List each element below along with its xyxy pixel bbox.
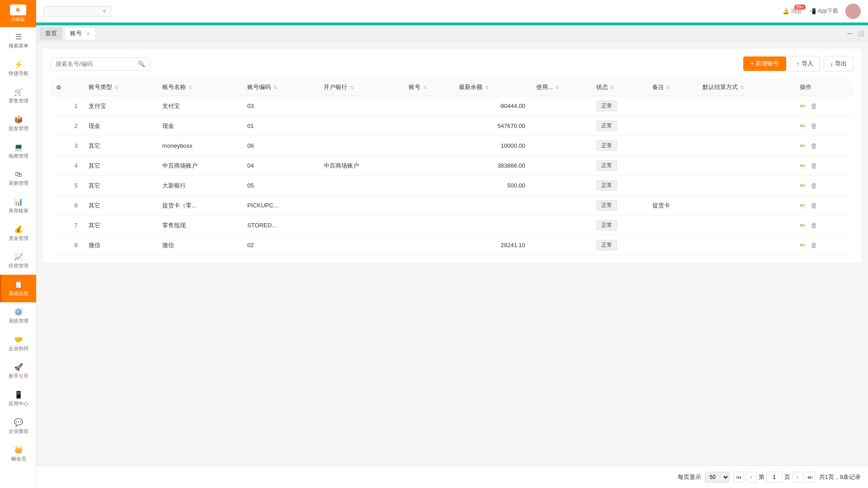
sidebar-item-operations-mgmt[interactable]: 📈 经营管理 [0,247,36,275]
sidebar-item-enterprise-wechat[interactable]: 💬 企业微信 [0,413,36,440]
row-bank [320,176,405,196]
sort-name-icon[interactable]: ⇅ [189,85,192,90]
settings-icon[interactable]: ⚙ [56,84,61,91]
sidebar-item-purchase-mgmt[interactable]: 🛍 采购管理 [0,165,36,192]
row-settlement [699,116,796,136]
page-next-button[interactable]: › [792,472,803,483]
add-account-button[interactable]: + 新增账号 [743,56,786,71]
tab-home[interactable]: 首页 [40,27,62,40]
status-badge: 正常 [596,121,617,131]
sort-remark-icon[interactable]: ⇅ [666,85,670,90]
sidebar-item-basic-info[interactable]: 📋 基础信息 [0,275,36,302]
delete-button[interactable]: 🗑 [811,241,817,249]
sidebar-item-finance-mgmt[interactable]: 💰 资金管理 [0,220,36,247]
status-badge: 正常 [596,141,617,151]
row-settlement [699,96,796,116]
sidebar-item-label: 应用中心 [9,400,28,407]
account-search-input[interactable] [56,61,138,67]
app-download-button[interactable]: 📲 App下载 [809,7,838,15]
tab-close-button[interactable]: ✕ [86,31,90,36]
sidebar-item-vip[interactable]: 👑 畅会员 [0,440,36,468]
operations-icon: 📈 [14,253,23,261]
sidebar-item-inventory[interactable]: 📊 库存核算 [0,192,36,220]
sidebar: 畅 乐账版 ☰ 搜索菜单 ⚡ 快捷导航 🛒 零售管理 📦 批发管理 💻 电商管理… [0,0,36,488]
delete-button[interactable]: 🗑 [811,102,817,110]
delete-button[interactable]: 🗑 [811,122,817,130]
topbar-search[interactable]: ▼ [43,6,111,17]
row-code: 02 [244,235,320,255]
tab-account[interactable]: 账号 ✕ [64,27,96,40]
finance-icon: 💰 [14,225,23,234]
import-button[interactable]: ↑ 导入 [790,56,820,71]
window-controls: — ⬜ [846,30,864,37]
export-button[interactable]: ↓ 导出 [824,56,854,71]
sidebar-item-label: 畅会员 [11,455,26,462]
page-size-select[interactable]: 50 100 [705,472,730,483]
sidebar-item-label: 批发管理 [9,125,28,132]
sidebar-item-label: 企业协同 [9,345,28,352]
message-button[interactable]: 🔔 消息 99+ [783,7,802,15]
edit-button[interactable]: ✏ [800,122,806,130]
sidebar-item-quick-nav[interactable]: ⚡ 快捷导航 [0,55,36,82]
sort-account-icon[interactable]: ⇅ [423,85,427,90]
sidebar-item-system-mgmt[interactable]: ⚙️ 系统管理 [0,302,36,330]
delete-button[interactable]: 🗑 [811,202,817,209]
row-action: ✏ 🗑 [796,136,854,156]
system-icon: ⚙️ [14,308,23,316]
sort-usage-icon[interactable]: ⇅ [555,85,559,90]
sort-status-icon[interactable]: ⇅ [610,85,614,90]
sidebar-item-newbie-guide[interactable]: 🚀 新手引导 [0,357,36,385]
col-usage: 使用... ⇅ [533,79,593,96]
window-maximize-button[interactable]: ⬜ [857,30,864,37]
page-first-button[interactable]: ⏮ [733,472,744,483]
account-search[interactable]: 🔍 [51,57,150,70]
topbar-search-input[interactable] [47,8,102,14]
edit-button[interactable]: ✏ [800,162,806,169]
row-action: ✏ 🗑 [796,216,854,235]
sort-balance-icon[interactable]: ⇅ [485,85,489,90]
sort-code-icon[interactable]: ⇅ [274,85,277,90]
page-prev-button[interactable]: ‹ [746,472,757,483]
edit-button[interactable]: ✏ [800,221,806,229]
sidebar-item-retail-mgmt[interactable]: 🛒 零售管理 [0,82,36,110]
edit-button[interactable]: ✏ [800,202,806,209]
col-settlement: 默认结算方式 ⇅ [699,79,796,96]
sort-type-icon[interactable]: ⇅ [115,85,118,90]
sidebar-item-wholesale-mgmt[interactable]: 📦 批发管理 [0,110,36,137]
sidebar-item-label: 搜索菜单 [9,42,28,49]
row-usage [533,176,593,196]
row-remark [649,176,699,196]
row-num: 6 [67,196,85,216]
delete-button[interactable]: 🗑 [811,162,817,169]
delete-button[interactable]: 🗑 [811,182,817,189]
toolbar: 🔍 + 新增账号 ↑ 导入 ↓ 导出 [51,56,854,71]
sidebar-item-app-center[interactable]: 📱 应用中心 [0,385,36,413]
sidebar-item-search-menu[interactable]: ☰ 搜索菜单 [0,27,36,55]
row-status: 正常 [593,235,649,255]
download-icon: 📲 [809,8,816,14]
edit-button[interactable]: ✏ [800,102,806,110]
status-badge: 正常 [596,180,617,191]
accounts-table: ⚙ 账号类型 ⇅ 账号名称 ⇅ 账号编码 ⇅ [51,79,854,255]
logo: 畅 乐账版 [0,0,36,27]
delete-button[interactable]: 🗑 [811,142,817,150]
page-number-input[interactable] [766,472,783,483]
sidebar-item-ecommerce-mgmt[interactable]: 💻 电商管理 [0,137,36,165]
sort-bank-icon[interactable]: ⇅ [350,85,354,90]
sort-settlement-icon[interactable]: ⇅ [740,85,744,90]
edit-button[interactable]: ✏ [800,182,806,189]
status-badge: 正常 [596,101,617,111]
user-avatar[interactable] [845,4,861,19]
delete-button[interactable]: 🗑 [811,221,817,229]
guide-icon: 🚀 [14,363,23,371]
row-action: ✏ 🗑 [796,116,854,136]
edit-button[interactable]: ✏ [800,142,806,150]
col-name: 账号名称 ⇅ [159,79,244,96]
sidebar-item-enterprise-agreement[interactable]: 🤝 企业协同 [0,330,36,357]
window-minimize-button[interactable]: — [846,30,854,37]
row-settlement [699,176,796,196]
page-last-button[interactable]: ⏭ [805,472,816,483]
row-bank [320,116,405,136]
sidebar-item-label: 库存核算 [9,207,28,214]
edit-button[interactable]: ✏ [800,241,806,249]
